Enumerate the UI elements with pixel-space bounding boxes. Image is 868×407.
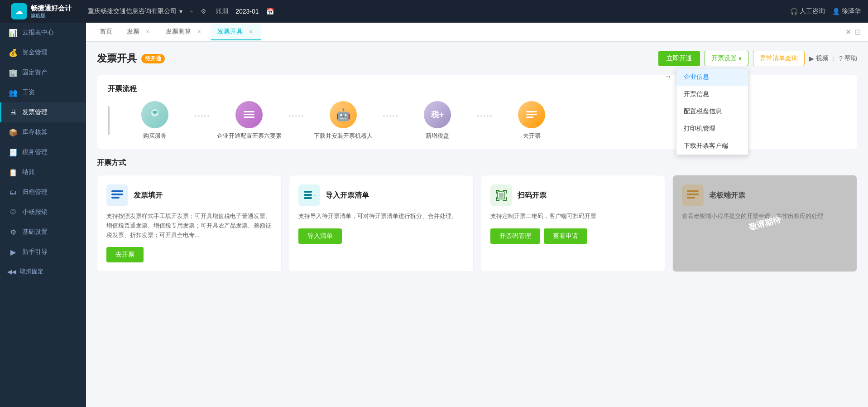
dropdown-label: 企业信息 [684, 73, 709, 81]
archive-icon: 🗂 [9, 188, 18, 197]
dropdown-item-printer[interactable]: 打印机管理 [676, 120, 748, 137]
help-button[interactable]: ? 帮助 [839, 54, 857, 63]
dropdown-item-download-client[interactable]: 下载开票客户端 [676, 137, 748, 155]
sidebar-cancel-pin[interactable]: ◀◀ 取消固定 [0, 262, 86, 281]
go-invoice-button[interactable]: 去开票 [106, 247, 144, 262]
disabled-text: 敬请期待 [748, 214, 782, 233]
flow-dots [477, 115, 492, 117]
consult-button[interactable]: 🎧 人工咨询 [790, 7, 825, 15]
sidebar-item-gudingzichan[interactable]: 🏢 固定资产 [0, 63, 86, 82]
view-application-button[interactable]: 查看申请 [544, 228, 587, 244]
svg-text:←: ← [313, 191, 317, 199]
dropdown-item-tax-disk[interactable]: 配置税盘信息 [676, 103, 748, 120]
sidebar-item-yunbao[interactable]: 📊 云报表中心 [0, 23, 86, 43]
method-desc: 支持按照发票样式手工填开发票；可开具增值税电子普通发票、增值税普通发票、增值税专… [106, 212, 272, 240]
page-header: 发票开具 待开通 立即开通 开票设置 ▾ [97, 51, 857, 66]
period-label: 账期 [216, 7, 228, 15]
svg-rect-2 [244, 111, 254, 112]
status-badge: 待开通 [141, 54, 165, 63]
box-icon: 📦 [9, 128, 18, 137]
method-title: 发票填开 [134, 191, 163, 200]
logo-sub: 旗舰版 [31, 12, 72, 19]
maximize-icon[interactable]: ⊡ [855, 28, 861, 36]
flow-step-label: 新增税盘 [426, 132, 449, 140]
dot [487, 115, 489, 117]
sidebar-item-guidang[interactable]: 🗂 归档管理 [0, 182, 86, 202]
tab-fapiao[interactable]: 发票 × [120, 24, 158, 40]
flow-step-label: 企业开通配置开票六要素 [217, 132, 282, 140]
sidebar-item-jiezhang[interactable]: 📋 结账 [0, 162, 86, 182]
video-button[interactable]: ▶ 视频 [809, 54, 829, 63]
svg-rect-9 [111, 194, 123, 195]
sidebar-item-shuiwu[interactable]: 🧾 税务管理 [0, 142, 86, 162]
sidebar-item-zijin[interactable]: 💰 资金管理 [0, 43, 86, 63]
flow-icon-buy: ❤ [141, 101, 168, 128]
sidebar-item-label: 归档管理 [22, 188, 48, 196]
sidebar-item-fapiao[interactable]: 🖨 发票管理 [0, 102, 86, 122]
flow-step-taxdisk: 税+ 新增税盘 [401, 101, 474, 140]
tab-home[interactable]: 首页 [93, 24, 119, 40]
tab-bar-actions: ✕ ⊡ [845, 28, 861, 36]
divider-bar: | [833, 55, 835, 62]
chevron-down-icon: ▾ [739, 55, 742, 62]
dot [295, 115, 297, 117]
svg-rect-4 [244, 116, 254, 118]
svg-rect-6 [526, 114, 537, 115]
settings-dropdown-menu: → 企业信息 开票信息 配置税盘信息 [676, 68, 748, 155]
tab-close-icon[interactable]: × [247, 28, 254, 35]
dot [289, 115, 291, 117]
logo-area: ☁ 畅捷通好会计 旗舰版 [7, 3, 75, 19]
sidebar-item-gongzi[interactable]: 👥 工资 [0, 82, 86, 102]
sidebar-item-xiaochang[interactable]: © 小畅报销 [0, 202, 86, 222]
method-title: 扫码开票 [518, 191, 547, 200]
methods-section: 开票方式 发票填开 支持按照发票样式手工填开发票；可开具增值税电子普通发票、增值… [97, 158, 857, 272]
import-list-button[interactable]: 导入清单 [298, 228, 342, 244]
sidebar-item-xinshou[interactable]: ▶ 新手引导 [0, 242, 86, 262]
method-header: 扫码开票 [490, 184, 656, 206]
tab-close-icon[interactable]: × [144, 28, 151, 35]
dot [386, 115, 388, 117]
method-card-boss: 老板端开票 查看老板端小程序提交的开票申请，并作出相应的处理 敬请期待 [672, 175, 857, 272]
play-icon: ▶ [809, 55, 814, 62]
calendar-icon[interactable]: 📅 [266, 8, 274, 15]
money-icon: 💰 [9, 48, 18, 57]
company-selector[interactable]: 重庆畅捷交通信息咨询有限公司 ▾ [88, 7, 182, 15]
tab-fapiao-kaiju[interactable]: 发票开具 × [211, 24, 261, 40]
flow-dots [383, 115, 398, 117]
sidebar-item-kucun[interactable]: 📦 库存核算 [0, 122, 86, 142]
flow-icon-taxdisk: 税+ [424, 101, 451, 128]
dot [201, 115, 203, 117]
dropdown-item-invoice-info[interactable]: 开票信息 [676, 86, 748, 103]
header-buttons: 立即开通 开票设置 ▾ → [658, 51, 857, 66]
settings-icon[interactable]: ⚙ [201, 8, 206, 15]
abnormal-list-button[interactable]: 异常清单查询 [753, 51, 805, 66]
dropdown-item-company-info[interactable]: 企业信息 [676, 68, 748, 86]
settings-button[interactable]: 开票设置 ▾ [705, 51, 748, 66]
tab-fapiao-cesuan[interactable]: 发票测算 × [159, 24, 209, 40]
qr-manage-button[interactable]: 开票码管理 [490, 228, 540, 244]
tab-close-icon[interactable]: × [196, 28, 203, 35]
main-layout: 📊 云报表中心 💰 资金管理 🏢 固定资产 👥 工资 🖨 发票管理 📦 [0, 23, 868, 407]
svg-rect-3 [244, 114, 254, 115]
tab-label: 发票测算 [166, 28, 191, 36]
method-desc: 支持定制开票二维码，客户端可扫码开票 [490, 212, 656, 221]
arrow-right-icon: → [664, 72, 672, 81]
consult-label: 人工咨询 [800, 7, 825, 15]
sidebar-item-label: 新手引导 [22, 248, 48, 256]
headset-icon: 🎧 [790, 8, 798, 15]
method-btns: 导入清单 [298, 228, 464, 244]
sidebar-item-label: 工资 [22, 88, 35, 97]
method-card-scan: 扫码开票 支持定制开票二维码，客户端可扫码开票 开票码管理 查看申请 [481, 175, 666, 272]
flow-icon-download: 🤖 [330, 101, 357, 128]
tab-label: 发票 [127, 28, 139, 36]
sidebar-item-jichu[interactable]: ⚙ 基础设置 [0, 222, 86, 242]
copyright-icon: © [9, 208, 18, 217]
svg-rect-13 [304, 197, 312, 199]
svg-rect-12 [304, 194, 312, 196]
dot [480, 115, 482, 117]
flow-connector [474, 115, 495, 117]
user-profile[interactable]: 👤 徐泽华 [832, 7, 861, 15]
activate-button[interactable]: 立即开通 [658, 51, 700, 66]
close-window-icon[interactable]: ✕ [845, 28, 851, 36]
video-label: 视频 [816, 54, 829, 63]
